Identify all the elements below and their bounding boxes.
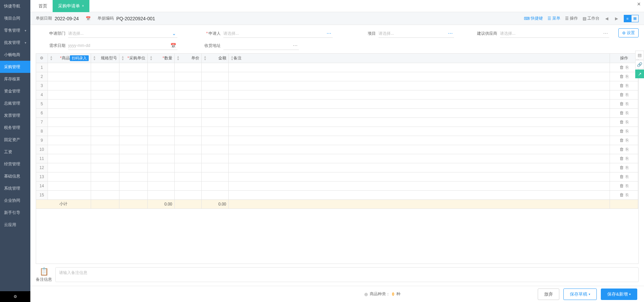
cell-qty[interactable]: [147, 145, 174, 154]
cell-spec[interactable]: [91, 63, 119, 72]
cell-unit[interactable]: [119, 136, 147, 145]
prev-doc-button[interactable]: ◀: [604, 16, 609, 21]
cell-unit[interactable]: [119, 172, 147, 181]
cell-qty[interactable]: [147, 127, 174, 136]
close-all-tabs-icon[interactable]: ×: [635, 0, 643, 8]
view-list-button[interactable]: ≡: [624, 15, 631, 22]
cell-unit[interactable]: [119, 72, 147, 81]
cell-amount[interactable]: [201, 136, 228, 145]
supplier-input[interactable]: [500, 31, 602, 36]
delete-row-icon[interactable]: 🗑: [619, 174, 624, 179]
cell-product[interactable]: [48, 136, 91, 145]
doc-date-value[interactable]: 2022-09-24: [55, 16, 79, 21]
cell-unit[interactable]: [119, 163, 147, 172]
table-row[interactable]: 8🗑⎘: [36, 127, 638, 136]
cell-amount[interactable]: [201, 63, 228, 72]
table-row[interactable]: 12🗑⎘: [36, 163, 638, 172]
menu-link[interactable]: ☰菜单: [548, 16, 560, 21]
cell-qty[interactable]: [147, 72, 174, 81]
cell-price[interactable]: [174, 63, 201, 72]
chevron-down-icon[interactable]: ⌄: [171, 31, 177, 36]
cell-unit[interactable]: [119, 181, 147, 190]
copy-row-icon[interactable]: ⎘: [626, 101, 628, 106]
cell-amount[interactable]: [201, 190, 228, 199]
sidebar-item-8[interactable]: 总账管理: [0, 97, 30, 109]
cell-spec[interactable]: [91, 108, 119, 117]
copy-row-icon[interactable]: ⎘: [626, 174, 628, 179]
sidebar-item-5[interactable]: 采购管理: [0, 61, 30, 73]
cell-remark[interactable]: [228, 81, 610, 90]
cell-spec[interactable]: [91, 136, 119, 145]
cell-product[interactable]: [48, 90, 91, 99]
cell-remark[interactable]: [228, 63, 610, 72]
cell-unit[interactable]: [119, 117, 147, 127]
sidebar-item-3[interactable]: 批发管理▾: [0, 36, 30, 49]
operate-link[interactable]: ☰操作: [565, 16, 578, 21]
cell-qty[interactable]: [147, 99, 174, 108]
cell-amount[interactable]: [201, 154, 228, 163]
cell-remark[interactable]: [228, 145, 610, 154]
view-grid-button[interactable]: ▦: [631, 15, 639, 22]
sidebar-item-10[interactable]: 税务管理: [0, 121, 30, 134]
delete-row-icon[interactable]: 🗑: [619, 165, 624, 170]
table-row[interactable]: 5🗑⎘: [36, 99, 638, 108]
rail-button-1[interactable]: ▤: [635, 51, 644, 59]
sidebar-item-7[interactable]: 资金管理: [0, 85, 30, 97]
need-date-input[interactable]: [68, 43, 169, 48]
delete-row-icon[interactable]: 🗑: [619, 74, 624, 79]
cell-product[interactable]: [48, 108, 91, 117]
save-and-new-button[interactable]: 保存&新增▾: [601, 289, 637, 300]
cell-amount[interactable]: [201, 127, 228, 136]
project-input[interactable]: [379, 31, 447, 36]
cell-spec[interactable]: [91, 190, 119, 199]
cell-price[interactable]: [174, 117, 201, 127]
workbench-link[interactable]: ▤工作台: [583, 16, 599, 21]
col-spec[interactable]: ▲▼规格型号: [91, 54, 119, 63]
cell-qty[interactable]: [147, 63, 174, 72]
sidebar-item-18[interactable]: 云应用: [0, 219, 30, 231]
cell-qty[interactable]: [147, 181, 174, 190]
sidebar-item-9[interactable]: 发票管理: [0, 109, 30, 121]
cell-product[interactable]: [48, 154, 91, 163]
delete-row-icon[interactable]: 🗑: [619, 101, 624, 106]
more-icon[interactable]: ⋯: [291, 43, 299, 48]
cell-price[interactable]: [174, 99, 201, 108]
cell-price[interactable]: [174, 181, 201, 190]
rail-button-3[interactable]: ↗: [635, 70, 644, 78]
cell-spec[interactable]: [91, 154, 119, 163]
table-row[interactable]: 15🗑⎘: [36, 190, 638, 199]
copy-row-icon[interactable]: ⎘: [626, 92, 628, 97]
cell-price[interactable]: [174, 90, 201, 99]
cell-qty[interactable]: [147, 81, 174, 90]
cell-amount[interactable]: [201, 172, 228, 181]
cell-product[interactable]: [48, 72, 91, 81]
cell-unit[interactable]: [119, 99, 147, 108]
table-row[interactable]: 4🗑⎘: [36, 90, 638, 99]
apply-dept-input[interactable]: [68, 31, 171, 36]
next-doc-button[interactable]: ▶: [614, 16, 619, 21]
cell-unit[interactable]: [119, 127, 147, 136]
cell-qty[interactable]: [147, 163, 174, 172]
cell-unit[interactable]: [119, 108, 147, 117]
cell-remark[interactable]: [228, 181, 610, 190]
cell-price[interactable]: [174, 145, 201, 154]
cell-spec[interactable]: [91, 163, 119, 172]
cell-qty[interactable]: [147, 117, 174, 127]
cell-unit[interactable]: [119, 154, 147, 163]
more-icon[interactable]: ⋯: [447, 31, 454, 36]
table-row[interactable]: 1🗑⎘: [36, 63, 638, 72]
copy-row-icon[interactable]: ⎘: [626, 110, 628, 115]
cell-spec[interactable]: [91, 127, 119, 136]
copy-row-icon[interactable]: ⎘: [626, 156, 628, 161]
cell-price[interactable]: [174, 163, 201, 172]
cell-amount[interactable]: [201, 163, 228, 172]
rail-button-2[interactable]: 🔗: [635, 60, 644, 69]
col-amount[interactable]: ▲▼金额: [201, 54, 228, 63]
sidebar-item-1[interactable]: 项目合同: [0, 12, 30, 24]
col-unit[interactable]: ▲▼*采购单位: [119, 54, 147, 63]
tab-0[interactable]: 首页: [33, 0, 53, 12]
copy-row-icon[interactable]: ⎘: [626, 129, 628, 134]
cell-product[interactable]: [48, 99, 91, 108]
cell-spec[interactable]: [91, 72, 119, 81]
copy-row-icon[interactable]: ⎘: [626, 119, 628, 125]
